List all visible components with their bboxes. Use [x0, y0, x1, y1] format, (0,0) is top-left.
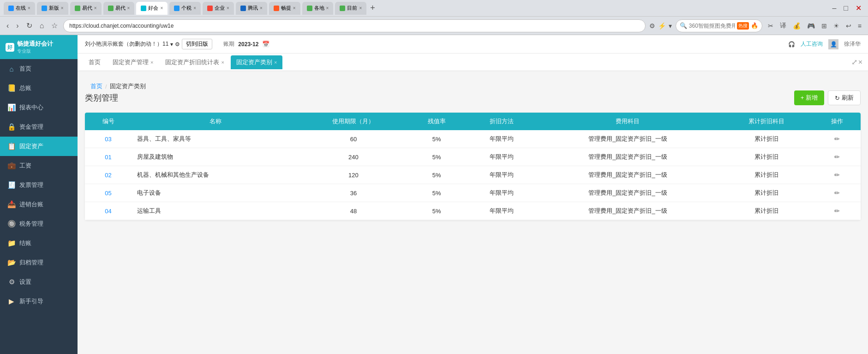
tab-close-5[interactable]: ×	[193, 6, 196, 11]
panel-expand-btn[interactable]: ⤢	[851, 58, 857, 66]
tab-asset-category-label: 固定资产类别	[236, 58, 272, 66]
edit-btn-1[interactable]: ✏	[814, 148, 861, 166]
maximize-btn[interactable]: □	[841, 3, 851, 13]
logo-icon: 好	[6, 43, 14, 52]
forward-btn[interactable]: ›	[14, 20, 20, 32]
undo-icon[interactable]: ↩	[844, 21, 853, 30]
browser-tab-8[interactable]: 畅提 ×	[269, 2, 300, 15]
panel-close-btn[interactable]: ×	[858, 58, 862, 66]
sidebar-item-label-reports: 报表中心	[19, 103, 43, 112]
cell-code-2: 02	[85, 166, 132, 184]
tab-close-3[interactable]: ×	[127, 6, 130, 11]
header-actions: + 新增 ↻ 刷新	[794, 90, 861, 105]
menu-icon[interactable]: ≡	[856, 21, 863, 30]
sidebar-item-finance[interactable]: 🔒 资金管理	[0, 117, 78, 137]
sidebar-item-guide[interactable]: ▶ 新手引导	[0, 292, 78, 311]
sidebar-item-stock[interactable]: 📥 进销台账	[0, 195, 78, 214]
sidebar-item-invoice[interactable]: 🧾 发票管理	[0, 175, 78, 195]
tab-close-9[interactable]: ×	[326, 6, 329, 11]
sidebar-item-archive[interactable]: 📂 归档管理	[0, 253, 78, 272]
page-tab-bar: 首页 固定资产管理 × 固定资产折旧统计表 × 固定资产类别 × ⤢ ×	[78, 54, 868, 71]
sidebar-item-reports[interactable]: 📊 报表中心	[0, 98, 78, 117]
sidebar-item-fixed-assets[interactable]: 📋 固定资产	[0, 137, 78, 156]
refresh-btn[interactable]: ↻ 刷新	[828, 90, 861, 105]
edit-btn-3[interactable]: ✏	[814, 184, 861, 202]
browser-tab-3[interactable]: 易代 ×	[103, 2, 135, 15]
browser-tab-10[interactable]: 目前 ×	[335, 2, 366, 15]
tab-asset-category[interactable]: 固定资产类别 ×	[231, 55, 282, 69]
dropdown-arrow[interactable]: ▾	[170, 41, 173, 48]
close-btn[interactable]: ✕	[853, 3, 864, 13]
sidebar-item-close-books[interactable]: 📁 结账	[0, 234, 78, 253]
edit-btn-0[interactable]: ✏	[814, 130, 861, 148]
minimize-btn[interactable]: –	[829, 3, 839, 13]
edit-btn-4[interactable]: ✏	[814, 202, 861, 220]
sidebar-item-ledger[interactable]: 📒 总账	[0, 78, 78, 98]
brightness-icon[interactable]: ☀	[832, 21, 841, 30]
tab-close-fixed-assets-manage[interactable]: ×	[150, 60, 153, 65]
browser-tab-0[interactable]: 在线 ×	[4, 2, 35, 15]
sidebar-item-tax[interactable]: 🔘 税务管理	[0, 214, 78, 234]
browser-tab-1[interactable]: 新版 ×	[37, 2, 68, 15]
reload-btn[interactable]: ↻	[24, 19, 34, 32]
page-header: 类别管理 + 新增 ↻ 刷新	[85, 90, 861, 105]
translate-icon[interactable]: 译	[778, 21, 788, 31]
browser-tab-6[interactable]: 企业 ×	[203, 2, 234, 15]
browser-tab-5[interactable]: 个税 ×	[169, 2, 201, 15]
new-tab-btn[interactable]: +	[368, 1, 377, 15]
back-btn[interactable]: ‹	[5, 20, 11, 32]
tab-fixed-assets-manage[interactable]: 固定资产管理 ×	[107, 55, 159, 69]
tab-home[interactable]: 首页	[83, 55, 106, 69]
browser-tab-4[interactable]: 好会 ×	[136, 2, 168, 15]
breadcrumb-home[interactable]: 首页	[90, 82, 102, 90]
search-box[interactable]: 🔍 热搜 🔥	[676, 19, 762, 32]
tab-close-2[interactable]: ×	[94, 6, 97, 11]
tab-close-0[interactable]: ×	[28, 6, 30, 11]
col-method: 折旧方法	[466, 113, 537, 130]
tab-fixed-assets-manage-label: 固定资产管理	[113, 58, 149, 66]
tab-close-depreciation-stats[interactable]: ×	[221, 60, 224, 65]
scissors-icon[interactable]: ✂	[766, 21, 775, 30]
tab-close-asset-category[interactable]: ×	[274, 60, 277, 65]
stock-icon: 📥	[7, 200, 16, 209]
wallet-icon[interactable]: 💰	[791, 21, 802, 30]
period-label: 账期	[223, 40, 234, 48]
cell-residual-3: 5%	[407, 184, 466, 202]
tab-close-4[interactable]: ×	[160, 6, 163, 11]
tab-close-1[interactable]: ×	[61, 6, 64, 11]
consult-label[interactable]: 人工咨询	[801, 40, 823, 48]
sidebar-item-home[interactable]: ⌂ 首页	[0, 59, 78, 78]
cell-name-1: 房屋及建筑物	[132, 148, 299, 166]
finance-icon: 🔒	[7, 123, 16, 131]
bookmark-btn[interactable]: ☆	[49, 19, 60, 32]
tab-close-10[interactable]: ×	[359, 6, 362, 11]
add-btn[interactable]: + 新增	[794, 90, 824, 105]
report-icon: 📊	[7, 103, 16, 112]
grid-icon[interactable]: ⊞	[820, 21, 829, 30]
sidebar: 好 畅捷通好会计 专业版 ⌂ 首页 📒 总账 📊 报表中心 🔒 资金管理	[0, 35, 78, 354]
tab-close-7[interactable]: ×	[260, 6, 263, 11]
username: 徐泽华	[844, 40, 861, 48]
calendar-icon[interactable]: 📅	[262, 41, 269, 48]
cell-expense-2: 管理费用_固定资产折旧_一级	[537, 166, 719, 184]
browser-tab-2[interactable]: 易代 ×	[70, 2, 102, 15]
home-btn[interactable]: ⌂	[38, 20, 46, 32]
tab-depreciation-stats[interactable]: 固定资产折旧统计表 ×	[160, 55, 229, 69]
search-input[interactable]	[689, 23, 735, 29]
old-version-btn[interactable]: 切到旧版	[182, 39, 212, 49]
browser-tab-7[interactable]: 腾讯 ×	[236, 2, 267, 15]
sidebar-item-salary[interactable]: 💼 工资	[0, 156, 78, 175]
sidebar-item-label-close: 结账	[19, 239, 31, 247]
game-icon[interactable]: 🎮	[805, 21, 817, 30]
sidebar-item-settings[interactable]: ⚙ 设置	[0, 272, 78, 292]
refresh-icon: ↻	[835, 95, 840, 102]
tab-close-8[interactable]: ×	[293, 6, 296, 11]
settings-icon-header[interactable]: ⚙	[175, 41, 180, 48]
table-header-row: 编号 名称 使用期限（月） 残值率 折旧方法 费用科目 累计折旧科目 操作	[85, 113, 861, 130]
cell-code-3: 05	[85, 184, 132, 202]
cell-accum-3: 累计折旧	[718, 184, 814, 202]
edit-btn-2[interactable]: ✏	[814, 166, 861, 184]
tab-close-6[interactable]: ×	[227, 6, 229, 11]
browser-tab-9[interactable]: 各地 ×	[302, 2, 334, 15]
address-input[interactable]	[63, 19, 646, 32]
